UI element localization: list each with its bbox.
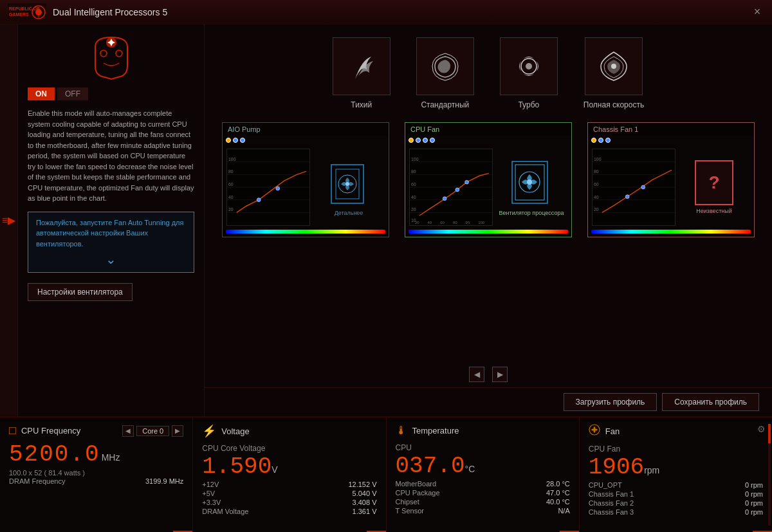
toggle-on-button[interactable]: ON [28,87,55,100]
cpu-freq-prev-btn[interactable]: ◀ [122,425,134,437]
aio-pump-graph: 100 80 60 40 20 [226,149,310,226]
mode-icon-fullspeed [585,37,643,95]
aio-pump-header: AIO Pump [223,123,389,136]
temp-row-value: 47.0 °C [546,489,570,497]
cpu-core-voltage-label: CPU Core Voltage [202,444,265,453]
cpu-fan-graph: 100 80 60 40 20 10 20 40 [409,149,493,226]
svg-point-38 [443,197,446,201]
svg-text:40: 40 [428,221,432,225]
aio-pump-title: AIO Pump [228,125,261,133]
mode-item-standard[interactable]: Стандартный [416,37,474,109]
close-button[interactable]: × [750,5,764,19]
cpu-temp-label: CPU [396,443,412,452]
temp-title: Temperature [412,426,459,436]
cpu-dot-blue3 [430,138,435,143]
fan-section: Fan ⚙ CPU Fan 1906rpm CPU_OPT0 rpmChassi… [580,417,772,532]
svg-text:60: 60 [440,221,445,225]
voltage-row-label: +3.3V [202,499,221,506]
cpu-fan-chart: CPU Fan [405,122,572,237]
voltage-row-value: 12.152 V [348,481,376,488]
fan-rpm-value: 1906 [589,454,644,481]
svg-text:80: 80 [228,169,234,174]
svg-text:100: 100 [478,221,485,225]
svg-text:20: 20 [228,207,234,212]
svg-text:20: 20 [594,207,599,212]
fan-auto-tuning-text: Пожалуйста, запустите Fan Auto Tunning д… [36,217,186,250]
aio-pump-body: 100 80 60 40 20 [223,145,389,230]
left-panel: ON OFF Enable this mode will auto-manage… [18,24,205,416]
aio-pump-sublabel: Детальнее [335,210,363,216]
temp-row-label: MotherBoard [396,480,437,488]
temperature-section: 🌡 Temperature CPU 037.0°C MotherBoard28.… [387,417,580,532]
svg-point-10 [611,64,616,69]
fan-charts-area: AIO Pump [205,122,772,362]
voltage-header: ⚡ Voltage [202,424,376,438]
svg-point-50 [527,179,532,185]
aio-pump-chart: AIO Pump [222,122,389,237]
nav-prev-button[interactable]: ◀ [469,367,484,382]
temp-row: CPU Package47.0 °C [396,488,570,497]
cpu-freq-nav: ◀ Core 0 ▶ [122,425,183,437]
temp-row: T SensorN/A [396,506,570,515]
sidebar-arrow-icon: ≡▶ [2,214,15,226]
temp-row: Chipset40.0 °C [396,497,570,506]
cpu-freq-next-btn[interactable]: ▶ [172,425,183,437]
dot-blue2 [240,138,245,143]
fan-row-label: CPU_OPT [589,481,622,489]
svg-point-39 [455,188,459,192]
cpu-freq-icon: □ [9,424,16,437]
fan-row-value: 0 rpm [745,490,763,498]
color-bar-chassis [591,230,751,234]
fan-row: Chassis Fan 30 rpm [589,508,763,517]
temp-row-value: 28.0 °C [546,480,570,488]
cpu-fan-header: CPU Fan [405,123,571,136]
fan-auto-tuning-box: Пожалуйста, запустите Fan Auto Tunning д… [28,212,194,273]
cpu-fan-device-label: Вентилятор процессора [499,210,564,216]
dram-freq-label: DRAM Frequency [9,477,65,485]
description-text: Enable this mode will auto-manages compl… [28,108,194,204]
on-off-toggle: ON OFF [28,87,194,100]
temp-unit: °C [465,464,475,474]
gear-icon[interactable]: ⚙ [757,424,766,434]
temp-rows: MotherBoard28.0 °CCPU Package47.0 °CChip… [396,479,570,515]
fan-auto-arrow-icon: ⌄ [36,252,186,267]
temp-row-value: N/A [558,507,569,515]
temp-row: MotherBoard28.0 °C [396,479,570,488]
cpu-freq-core-label: Core 0 [136,426,169,436]
cpu-dot-blue1 [416,138,421,143]
save-profile-button[interactable]: Сохранить профиль [662,393,759,411]
nav-next-button[interactable]: ▶ [492,367,508,382]
voltage-row-value: 5.040 V [353,490,377,497]
cpu-frequency-section: □ CPU Frequency ◀ Core 0 ▶ 5200.0MHz 100… [0,417,193,532]
sidebar-arrow[interactable]: ≡▶ [0,24,18,416]
voltage-value-row: 1.590V [202,454,376,480]
fan-row: Chassis Fan 10 rpm [589,490,763,499]
voltage-row-label: +5V [202,490,215,497]
fan-settings-button[interactable]: Настройки вентилятора [28,283,133,301]
voltage-unit: V [271,464,277,475]
toggle-off-button[interactable]: OFF [57,87,88,100]
status-bar: □ CPU Frequency ◀ Core 0 ▶ 5200.0MHz 100… [0,416,772,532]
voltage-row: +5V5.040 V [202,489,376,498]
fan-scroll[interactable] [768,424,771,526]
voltage-row-label: DRAM Voltage [202,508,248,515]
cpu-freq-value-row: 5200.0MHz [9,441,183,468]
mode-item-turbo[interactable]: Турбо [500,37,558,109]
fan-cpu-label-row: CPU Fan [589,443,763,454]
svg-text:40: 40 [228,195,234,199]
svg-text:80: 80 [594,169,599,174]
mode-item-fullspeed[interactable]: Полная скорость [584,37,644,109]
temp-icon: 🌡 [396,424,407,437]
voltage-row-label: +12V [202,481,219,488]
voltage-value: 1.590 [202,454,271,480]
cpu-freq-value: 5200.0 [9,441,100,468]
voltage-row: DRAM Voltage1.361 V [202,507,376,516]
fan-title: Fan [605,427,620,436]
svg-text:20: 20 [411,207,416,212]
dot-blue [233,138,238,143]
mode-item-quiet[interactable]: Тихий [333,37,391,109]
temp-row-label: T Sensor [396,507,424,515]
load-profile-button[interactable]: Загрузить профиль [564,393,657,411]
mode-icon-quiet [333,37,391,95]
color-bar-cpu [409,230,568,234]
